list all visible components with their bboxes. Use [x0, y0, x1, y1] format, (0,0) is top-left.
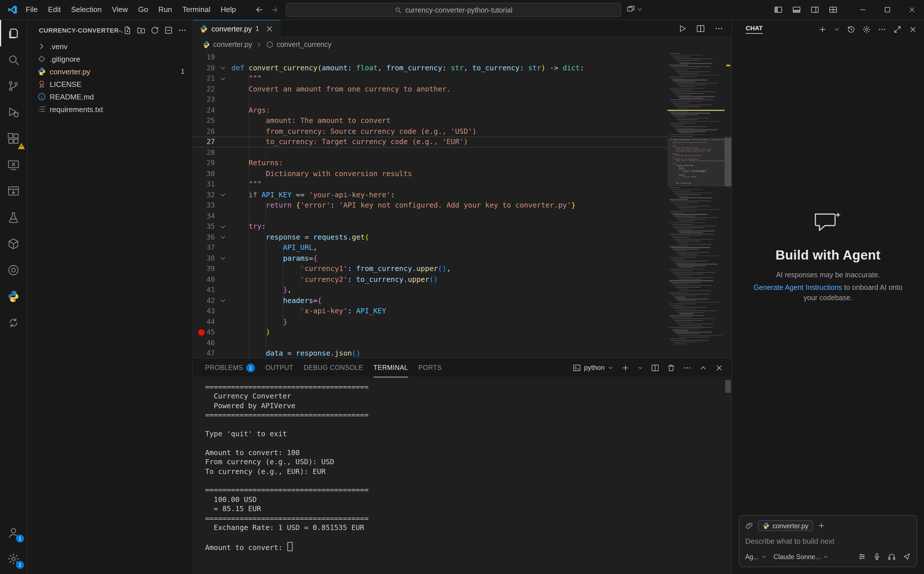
line-number[interactable]: 36	[193, 232, 215, 243]
code-line-21[interactable]: 21 """	[193, 73, 732, 84]
breadcrumb[interactable]: converter.py convert_currency	[193, 37, 732, 52]
activitybar-python[interactable]	[0, 283, 27, 309]
code-line-23[interactable]: 23	[193, 94, 732, 105]
maximize-panel-button[interactable]	[699, 363, 707, 372]
line-number[interactable]: 21	[193, 73, 215, 84]
tree-item-requirements-txt[interactable]: requirements.txt	[27, 103, 192, 115]
minimize-button[interactable]	[850, 0, 875, 19]
code-line-25[interactable]: 25 amount: The amount to convert	[193, 115, 732, 126]
code-line-36[interactable]: 36 response = requests.get(	[193, 232, 732, 243]
code-line-26[interactable]: 26 from_currency: Source currency code (…	[193, 126, 732, 137]
code-line-37[interactable]: 37 API_URL,	[193, 243, 732, 253]
customize-layout-button[interactable]	[829, 5, 838, 14]
code-line-46[interactable]: 46	[193, 337, 732, 348]
line-number[interactable]: 23	[193, 94, 215, 105]
code-line-30[interactable]: 30 Dictionary with conversion results	[193, 169, 732, 179]
model-picker[interactable]: Claude Sonne...	[773, 553, 829, 560]
close-window-button[interactable]	[899, 0, 924, 19]
new-terminal-button[interactable]	[621, 363, 630, 372]
menu-go[interactable]: Go	[133, 3, 153, 16]
line-number[interactable]: 28	[193, 147, 215, 158]
panel-tab-problems[interactable]: PROBLEMS1	[205, 358, 255, 377]
line-number[interactable]: 34	[193, 211, 215, 221]
code-line-29[interactable]: 29 Returns:	[193, 158, 732, 169]
activitybar-source-control[interactable]	[0, 73, 27, 99]
line-number[interactable]: 38	[193, 253, 215, 263]
menu-view[interactable]: View	[107, 3, 133, 16]
menu-edit[interactable]: Edit	[43, 3, 66, 16]
line-number[interactable]: 43	[193, 306, 215, 317]
line-number[interactable]: 39	[193, 263, 215, 274]
breakpoint-icon[interactable]	[198, 329, 205, 336]
panel-tab-output[interactable]: OUTPUT	[265, 358, 293, 377]
attach-context-button[interactable]	[745, 521, 754, 530]
line-number[interactable]: 33	[193, 200, 215, 211]
line-number[interactable]: 20	[193, 63, 215, 73]
activitybar-explorer[interactable]	[0, 20, 27, 46]
activitybar-live-preview[interactable]	[0, 151, 27, 178]
line-number[interactable]: 47	[193, 348, 215, 358]
new-window-button[interactable]	[626, 5, 643, 14]
line-number[interactable]: 44	[193, 317, 215, 327]
toggle-secondary-sidebar-button[interactable]	[810, 5, 819, 14]
activitybar-tool-extension[interactable]	[0, 257, 27, 283]
minimap[interactable]: def convert_currency(amount: float, from…	[667, 52, 724, 358]
line-number[interactable]: 19	[193, 52, 215, 63]
chat-input-placeholder[interactable]: Describe what to build next	[745, 537, 911, 546]
activitybar-containers[interactable]	[0, 230, 27, 257]
panel-tab-terminal[interactable]: TERMINAL	[373, 358, 408, 377]
terminal-launch-dropdown[interactable]	[637, 364, 644, 371]
tree-item-converter-py[interactable]: converter.py1	[27, 65, 192, 78]
code-line-24[interactable]: 24 Args:	[193, 105, 732, 115]
chat-history-button[interactable]	[847, 25, 855, 33]
code-line-22[interactable]: 22 Convert an amount from one currency t…	[193, 84, 732, 94]
line-number[interactable]: 41	[193, 285, 215, 295]
menu-selection[interactable]: Selection	[66, 3, 107, 16]
add-context-button[interactable]	[817, 521, 825, 530]
line-number[interactable]: 31	[193, 179, 215, 189]
scrollbar-thumb[interactable]	[724, 138, 732, 186]
code-line-43[interactable]: 43 'x-api-key': API_KEY	[193, 306, 732, 317]
code-line-32[interactable]: 32 if API_KEY == 'your-api-key-here':	[193, 189, 732, 200]
terminal-scrollbar[interactable]	[725, 380, 731, 393]
menu-run[interactable]: Run	[153, 3, 177, 16]
activitybar-testing[interactable]	[0, 204, 27, 230]
menu-file[interactable]: File	[20, 3, 43, 16]
activitybar-search[interactable]	[0, 46, 27, 73]
close-chat-button[interactable]	[908, 25, 917, 33]
tree-item-readme-md[interactable]: README.md	[27, 90, 192, 103]
code-line-28[interactable]: 28	[193, 147, 732, 158]
activitybar-remote-explorer[interactable]	[0, 178, 27, 204]
editor-scrollbar[interactable]	[724, 52, 732, 358]
line-number[interactable]: 25	[193, 115, 215, 126]
chat-more-actions-button[interactable]	[878, 25, 886, 33]
activitybar-extensions[interactable]	[0, 125, 27, 151]
toggle-panel-button[interactable]	[792, 5, 801, 14]
code-line-44[interactable]: 44 }	[193, 317, 732, 327]
code-line-39[interactable]: 39 'currency1': from_currency.upper(),	[193, 263, 732, 274]
explorer-more-actions-button[interactable]	[178, 25, 187, 35]
code-line-40[interactable]: 40 'currency2': to_currency.upper()	[193, 274, 732, 285]
code-editor[interactable]: 1920def convert_currency(amount: float, …	[193, 52, 732, 358]
code-line-19[interactable]: 19	[193, 52, 732, 63]
code-line-45[interactable]: 45 )	[193, 327, 732, 337]
forward-button[interactable]	[270, 5, 279, 14]
editor-more-actions-button[interactable]	[714, 24, 723, 33]
back-button[interactable]	[255, 5, 264, 14]
line-number[interactable]: 27	[193, 137, 215, 147]
activitybar-run-debug[interactable]	[0, 99, 27, 125]
chat-input-box[interactable]: converter.py Describe what to build next…	[739, 515, 917, 567]
kill-terminal-button[interactable]	[667, 363, 675, 372]
toggle-sidebar-button[interactable]	[774, 5, 783, 14]
run-python-file-button[interactable]	[678, 24, 687, 33]
command-center[interactable]: currency-converter-python-tutorial	[286, 3, 621, 17]
refresh-explorer-button[interactable]	[150, 25, 159, 35]
panel-more-actions-button[interactable]	[683, 363, 691, 372]
chat-view-title[interactable]: CHAT	[746, 25, 763, 34]
chat-settings-button[interactable]	[862, 25, 871, 33]
terminal-shell-picker[interactable]: python	[573, 363, 614, 372]
maximize-button[interactable]	[875, 0, 899, 19]
voice-mode-button[interactable]	[888, 552, 896, 561]
code-line-41[interactable]: 41 },	[193, 285, 732, 295]
line-number[interactable]: 37	[193, 243, 215, 253]
